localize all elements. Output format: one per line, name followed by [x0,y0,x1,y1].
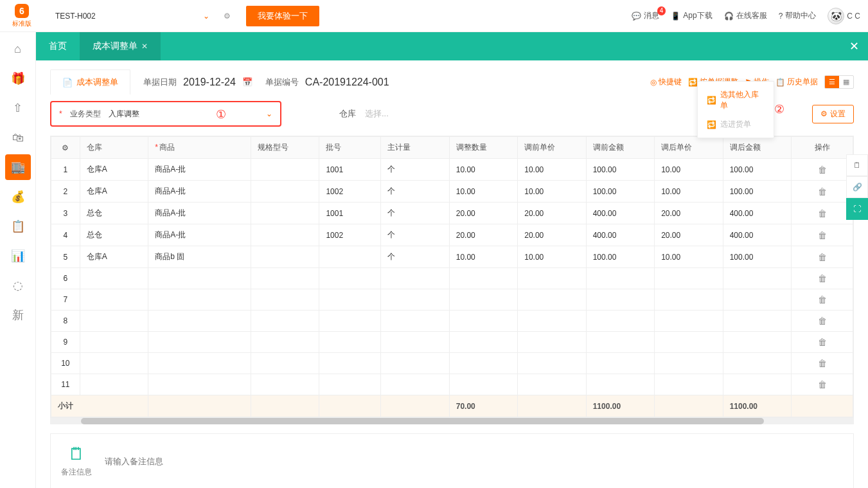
app-download-link[interactable]: 📱 App下载 [671,10,712,21]
side-note-icon[interactable]: 🗒 [846,154,868,176]
user-menu[interactable]: 🐼 C C [828,8,860,24]
delete-icon[interactable]: 🗑 [818,294,827,305]
side-link-icon[interactable]: 🔗 [846,176,868,198]
cta-button[interactable]: 我要体验一下 [246,6,319,26]
doc-date: 单据日期 2019-12-24 📅 [143,77,252,88]
help-center-link[interactable]: ? 帮助中心 [779,10,817,21]
delete-icon[interactable]: 🗑 [818,358,827,368]
message-badge: 4 [657,6,666,15]
delete-icon[interactable]: 🗑 [818,230,827,240]
nav-bag-icon[interactable]: 🛍 [5,125,31,150]
horizontal-scrollbar[interactable] [50,418,854,424]
annotation-2: ② [774,102,784,116]
nav-house-up-icon[interactable]: ⇧ [5,95,31,121]
close-icon[interactable]: ✕ [141,42,148,51]
doc-icon: 📄 [62,78,73,87]
side-expand-icon[interactable]: ⛶ [846,198,868,220]
top-right-menu: 💬 消息 4 📱 App下载 🎧 在线客服 ? 帮助中心 🐼 C C [632,8,860,24]
calendar-icon[interactable]: 📅 [242,77,252,87]
select-purchase-button[interactable]: 🔁 选进货单 [698,115,774,134]
table-row[interactable]: 1 仓库A 商品A-批 1001 个 10.00 10.00 100.00 10… [51,159,853,181]
col-op: 操作 [792,137,853,159]
logo: 6 标准版 [8,4,36,28]
warehouse-select[interactable]: 仓库 选择... [339,108,389,120]
col-qty: 调整数量 [449,137,517,159]
col-gear[interactable]: ⚙ [51,137,80,159]
list-view-icon[interactable]: ☰ [825,76,839,88]
doc-toolbar: ◎ 快捷键 🔁 按单据调整 ⚑ 操作 📋 历史单据 ☰ ▦ 🔁 选其他入库单 🔁… [650,75,854,89]
nav-sync-icon[interactable]: ◌ [5,273,31,298]
message-icon: 💬 [632,12,641,21]
settings-icon[interactable]: ⚙ [221,9,233,23]
workspace-tabs: 首页 成本调整单 ✕ ✕ [36,32,868,60]
line-items-table: ⚙ 仓库 商品 规格型号 批号 主计量 调整数量 调前单价 调前金额 调后单价 … [50,136,854,418]
user-name: C C [847,12,860,21]
tenant-select[interactable]: TEST-H002 ⌄ [49,6,216,26]
chevron-down-icon: ⌄ [266,109,272,118]
avatar: 🐼 [828,8,844,24]
remark-input[interactable] [105,456,843,466]
select-other-inbound-button[interactable]: 🔁 选其他入库单 [698,86,774,115]
logo-icon: 6 [15,4,29,18]
view-toggle: ☰ ▦ [824,75,854,89]
table-row[interactable]: 3 总仓 商品A-批 1001 个 20.00 20.00 400.00 20.… [51,203,853,224]
headset-icon: 🎧 [724,12,734,21]
delete-icon[interactable]: 🗑 [818,252,827,262]
chevron-down-icon: ⌄ [203,12,209,21]
grid-view-icon[interactable]: ▦ [839,76,853,88]
table-row[interactable]: 9🗑 [51,332,853,353]
nav-report-icon[interactable]: 📊 [5,243,31,269]
nav-home-icon[interactable]: ⌂ [5,36,31,62]
messages-link[interactable]: 💬 消息 4 [632,10,659,21]
tab-cost-adjust[interactable]: 成本调整单 ✕ [80,32,161,60]
col-spec: 规格型号 [251,137,319,159]
shortcut-button[interactable]: ◎ 快捷键 [650,77,682,87]
table-row[interactable]: 7🗑 [51,289,853,311]
right-side-tools: 🗒 🔗 ⛶ [846,154,868,220]
left-sidebar: ⌂ 🎁 ⇧ 🛍 🏬 💰 📋 📊 ◌ 新 [0,32,36,488]
table-row[interactable]: 8🗑 [51,311,853,332]
col-pre-price: 调前单价 [518,137,586,159]
col-post-price: 调后单价 [655,137,723,159]
business-type-select[interactable]: * 业务类型 入库调整 ⌄ ① [50,101,281,127]
close-all-tabs[interactable]: ✕ [840,32,868,60]
configure-button[interactable]: ⚙ 设置 [812,105,854,123]
col-batch: 批号 [319,137,381,159]
delete-icon[interactable]: 🗑 [818,316,827,326]
bill-source-popup: 🔁 选其他入库单 🔁 选进货单 [697,81,774,138]
table-row[interactable]: 6🗑 [51,268,853,289]
col-uom: 主计量 [381,137,449,159]
table-row[interactable]: 2 仓库A 商品A-批 1002 个 10.00 10.00 100.00 10… [51,181,853,203]
delete-icon[interactable]: 🗑 [818,273,827,284]
nav-gift-icon[interactable]: 🎁 [5,66,31,91]
nav-warehouse-icon[interactable]: 🏬 [5,154,31,180]
customer-service-link[interactable]: 🎧 在线客服 [724,10,767,21]
note-icon: 🗒 [68,444,85,464]
col-post-amt: 调后金额 [723,137,791,159]
top-header: 6 标准版 TEST-H002 ⌄ ⚙ 我要体验一下 💬 消息 4 📱 App下… [0,0,868,32]
annotation-1: ① [216,107,226,122]
delete-icon[interactable]: 🗑 [818,165,827,175]
doc-type-tab[interactable]: 📄 成本调整单 [50,69,130,95]
table-row[interactable]: 10🗑 [51,353,853,374]
tenant-name: TEST-H002 [55,12,96,21]
delete-icon[interactable]: 🗑 [818,379,827,390]
logo-label: 标准版 [12,19,31,28]
table-row[interactable]: 5 仓库A 商品b 固 个 10.00 10.00 100.00 10.00 1… [51,246,853,268]
delete-icon[interactable]: 🗑 [818,208,827,219]
nav-new-icon[interactable]: 新 [5,302,31,328]
delete-icon[interactable]: 🗑 [818,186,827,197]
tab-home[interactable]: 首页 [36,32,80,60]
phone-icon: 📱 [671,12,680,21]
history-button[interactable]: 📋 历史单据 [775,77,818,87]
remark-section: 🗒 备注信息 [50,433,854,488]
nav-money-icon[interactable]: 💰 [5,184,31,210]
nav-clipboard-icon[interactable]: 📋 [5,213,31,239]
table-row[interactable]: 11🗑 [51,374,853,395]
delete-icon[interactable]: 🗑 [818,337,827,347]
document-header: 📄 成本调整单 单据日期 2019-12-24 📅 单据编号 CA-201912… [36,60,868,95]
col-pre-amt: 调前金额 [586,137,654,159]
doc-number: 单据编号 CA-20191224-001 [265,77,389,88]
table-row[interactable]: 4 总仓 商品A-批 1002 个 20.00 20.00 400.00 20.… [51,224,853,246]
col-item: 商品 [148,137,251,159]
